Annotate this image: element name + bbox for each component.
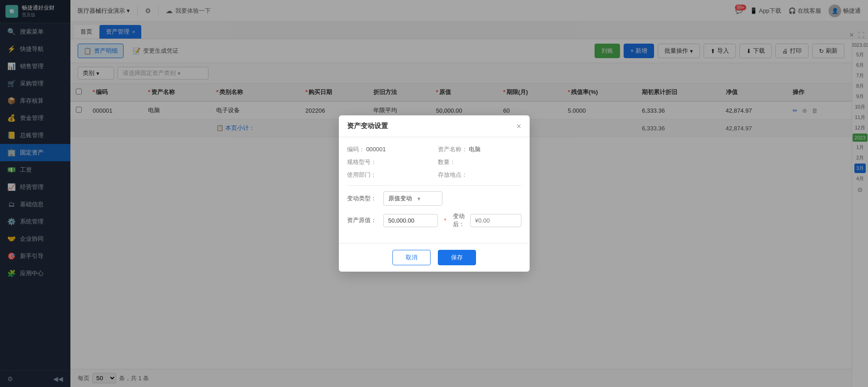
modal-close-btn[interactable]: ×	[516, 122, 521, 130]
modal-title: 资产变动设置	[347, 122, 388, 130]
modal-change-type-select[interactable]: 原值变动 ▾	[383, 191, 442, 206]
modal-body: 编码： 000001 资产名称： 电脑 规格型号： 数量： 使用部门：	[339, 137, 530, 243]
modal-code-field: 编码： 000001	[347, 145, 431, 154]
modal-asset-name-value: 电脑	[469, 146, 481, 153]
modal-original-value-label: 资产原值：	[347, 216, 379, 224]
modal-divider	[347, 185, 521, 186]
modal-footer: 取消 保存	[339, 243, 530, 272]
modal-after-change-label: 变动后：	[453, 212, 466, 228]
modal-qty-field: 数量：	[438, 158, 521, 166]
modal-value-row: 资产原值： 50,000.00 * 变动后：	[347, 212, 521, 228]
modal-info-grid: 编码： 000001 资产名称： 电脑 规格型号： 数量： 使用部门：	[347, 145, 521, 179]
modal-qty-label: 数量：	[438, 159, 456, 165]
modal-original-value-display: 50,000.00	[383, 214, 438, 227]
modal-asset-name-label: 资产名称：	[438, 146, 467, 153]
modal-change-type-label: 变动类型：	[347, 194, 379, 203]
modal-after-change-input[interactable]	[470, 214, 521, 227]
modal-header: 资产变动设置 ×	[339, 115, 530, 137]
modal-spec-label: 规格型号：	[347, 159, 377, 165]
modal-overlay: 资产变动设置 × 编码： 000001 资产名称： 电脑 规格型号： 数量：	[0, 0, 868, 387]
modal-change-type-value: 原值变动	[388, 194, 412, 203]
modal-cancel-btn[interactable]: 取消	[392, 250, 431, 265]
modal-change-type-dropdown-icon: ▾	[417, 195, 421, 202]
modal-code-value: 000001	[366, 146, 386, 153]
modal-dept-field: 使用部门：	[347, 171, 431, 179]
modal-asset-name-field: 资产名称： 电脑	[438, 145, 521, 154]
modal-dept-label: 使用部门：	[347, 171, 377, 178]
modal-location-field: 存放地点：	[438, 171, 521, 179]
modal-location-label: 存放地点：	[438, 171, 467, 178]
modal-code-label: 编码：	[347, 146, 365, 153]
modal-save-btn[interactable]: 保存	[438, 250, 476, 265]
modal-spec-field: 规格型号：	[347, 158, 431, 166]
modal-required-star: *	[444, 217, 446, 224]
asset-change-modal: 资产变动设置 × 编码： 000001 资产名称： 电脑 规格型号： 数量：	[339, 115, 530, 272]
modal-change-type-row: 变动类型： 原值变动 ▾	[347, 191, 521, 206]
